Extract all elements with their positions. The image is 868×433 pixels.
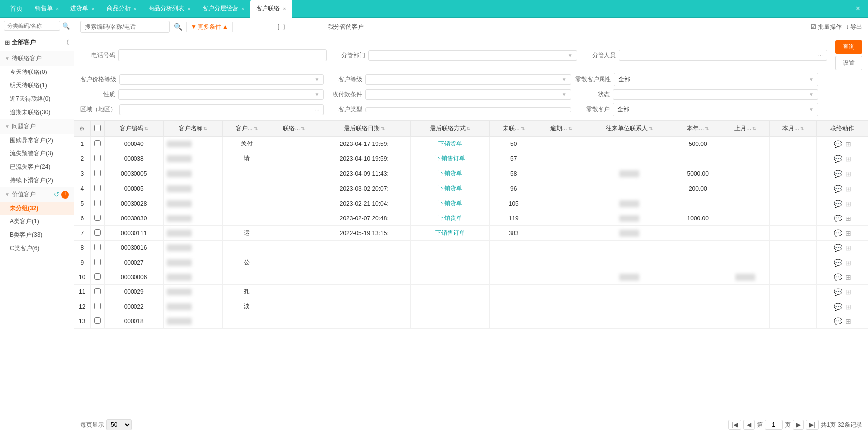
- cell-checkbox[interactable]: [90, 255, 104, 270]
- nav-tab-customer-segment[interactable]: 客户分层经营 ×: [197, 0, 250, 18]
- category-search-input[interactable]: [4, 21, 60, 31]
- cell-checkbox[interactable]: [90, 196, 104, 211]
- my-customers-filter[interactable]: 我分管的客户: [237, 23, 364, 31]
- cell-checkbox[interactable]: [90, 166, 104, 181]
- col-overdue[interactable]: 逾期... ⇅: [537, 121, 585, 137]
- row-checkbox[interactable]: [94, 170, 101, 176]
- sidebar-search-icon[interactable]: 🔍: [62, 22, 70, 30]
- col-last-contact-date[interactable]: 最后联络日期 ⇅: [318, 121, 410, 137]
- manager-select[interactable]: ···: [619, 50, 827, 61]
- sidebar-item-overdue-pending[interactable]: 逾期未联络(30): [0, 106, 74, 119]
- nature-select[interactable]: ▼: [118, 89, 324, 100]
- sidebar-collapse-arrow[interactable]: 《: [64, 39, 69, 46]
- contact-method-link[interactable]: 下销货单: [438, 200, 462, 207]
- next-page-button[interactable]: ▶: [793, 420, 804, 430]
- grid-action-icon[interactable]: ⊞: [845, 288, 851, 296]
- payment-select[interactable]: ▼: [365, 89, 571, 100]
- chat-icon[interactable]: 💬: [834, 215, 842, 222]
- col-contact[interactable]: 联络... ⇅: [270, 121, 318, 137]
- close-icon[interactable]: ×: [134, 6, 136, 12]
- row-checkbox[interactable]: [94, 200, 101, 206]
- nav-tab-customer-contact[interactable]: 客户联络 ×: [250, 0, 292, 18]
- close-icon[interactable]: ×: [283, 6, 286, 12]
- refresh-icon[interactable]: ↺: [54, 191, 59, 198]
- select-all-checkbox[interactable]: [94, 125, 101, 131]
- customer-type-select[interactable]: [365, 107, 571, 112]
- col-checkbox[interactable]: [90, 121, 104, 137]
- col-not-contact[interactable]: 未联... ⇅: [490, 121, 537, 137]
- col-unit-contact[interactable]: 往来单位联系人 ⇅: [585, 121, 674, 137]
- contact-method-link[interactable]: 下销货单: [438, 140, 462, 147]
- cell-checkbox[interactable]: [90, 137, 104, 151]
- col-code[interactable]: 客户编码 ⇅: [104, 121, 163, 137]
- close-icon[interactable]: ×: [91, 6, 94, 12]
- query-button[interactable]: 查询: [835, 40, 862, 54]
- sidebar-item-abnormal-hoarding[interactable]: 囤购异常客户(2): [0, 134, 74, 147]
- global-close-button[interactable]: ×: [852, 4, 864, 13]
- contact-method-link[interactable]: 下销售订单: [435, 229, 465, 236]
- close-icon[interactable]: ×: [187, 6, 190, 12]
- sidebar-item-class-a[interactable]: A类客户(1): [0, 215, 74, 228]
- sidebar-item-ungrouped[interactable]: 未分组(32): [0, 202, 74, 215]
- customer-level-select[interactable]: ▼: [365, 74, 571, 85]
- chat-icon[interactable]: 💬: [834, 317, 842, 325]
- retail-customer-select[interactable]: 全部 ▼: [613, 103, 818, 116]
- reset-button[interactable]: 设置: [835, 56, 862, 70]
- sidebar-group-value-customers[interactable]: ▼ 价值客户 ↺ !: [0, 187, 74, 202]
- nav-home[interactable]: 首页: [4, 0, 29, 18]
- row-checkbox[interactable]: [94, 215, 101, 221]
- col-settings[interactable]: ⚙: [74, 121, 90, 137]
- phone-input[interactable]: [118, 49, 327, 61]
- row-checkbox[interactable]: [94, 155, 101, 161]
- chat-icon[interactable]: 💬: [834, 303, 842, 311]
- sidebar-item-churn-warning[interactable]: 流失预警客户(3): [0, 147, 74, 160]
- region-select[interactable]: ···: [119, 104, 324, 115]
- status-select[interactable]: ▼: [613, 89, 818, 100]
- nav-tab-purchase[interactable]: 进货单 ×: [65, 0, 100, 18]
- sidebar-item-7days-pending[interactable]: 近7天待联络(0): [0, 92, 74, 106]
- close-icon[interactable]: ×: [56, 6, 59, 12]
- col-this-year[interactable]: 本年... ⇅: [674, 121, 722, 137]
- search-input[interactable]: [80, 21, 170, 33]
- cell-checkbox[interactable]: [90, 226, 104, 241]
- grid-action-icon[interactable]: ⊞: [845, 317, 851, 325]
- dept-select[interactable]: ▼: [368, 50, 577, 61]
- grid-action-icon[interactable]: ⊞: [845, 273, 851, 281]
- chat-icon[interactable]: 💬: [834, 140, 842, 148]
- batch-operation-button[interactable]: ☑ 批量操作: [811, 23, 842, 31]
- filter-search-icon[interactable]: 🔍: [174, 23, 182, 31]
- grid-action-icon[interactable]: ⊞: [845, 140, 851, 148]
- contact-method-link[interactable]: 下销售订单: [435, 155, 465, 162]
- sidebar-item-churned[interactable]: 已流失客户(24): [0, 160, 74, 174]
- sidebar-item-class-c[interactable]: C类客户(6): [0, 242, 74, 255]
- chat-icon[interactable]: 💬: [834, 155, 842, 163]
- nav-tab-product-analysis[interactable]: 商品分析 ×: [101, 0, 142, 18]
- last-page-button[interactable]: ▶|: [806, 420, 819, 430]
- export-button[interactable]: ↓ 导出: [846, 23, 862, 31]
- sidebar-all-customers[interactable]: ⊞ 全部客户 《: [0, 34, 74, 51]
- row-checkbox[interactable]: [94, 140, 101, 146]
- close-icon[interactable]: ×: [241, 6, 244, 12]
- col-last-contact-method[interactable]: 最后联络方式 ⇅: [410, 121, 490, 137]
- col-this-month[interactable]: 本月... ⇅: [769, 121, 817, 137]
- chat-icon[interactable]: 💬: [834, 244, 842, 252]
- cell-checkbox[interactable]: [90, 285, 104, 299]
- chat-icon[interactable]: 💬: [834, 170, 842, 178]
- more-icon[interactable]: ···: [818, 52, 823, 58]
- row-checkbox[interactable]: [94, 288, 101, 294]
- my-customers-checkbox[interactable]: [237, 24, 326, 30]
- row-checkbox[interactable]: [94, 317, 101, 324]
- row-checkbox[interactable]: [94, 273, 101, 280]
- chat-icon[interactable]: 💬: [834, 273, 842, 281]
- grid-action-icon[interactable]: ⊞: [845, 170, 851, 178]
- nav-tab-sales[interactable]: 销售单 ×: [29, 0, 65, 18]
- row-checkbox[interactable]: [94, 185, 101, 191]
- cell-checkbox[interactable]: [90, 241, 104, 255]
- sidebar-item-tomorrow-pending[interactable]: 明天待联络(1): [0, 79, 74, 92]
- row-checkbox[interactable]: [94, 259, 101, 265]
- cell-checkbox[interactable]: [90, 299, 104, 314]
- grid-action-icon[interactable]: ⊞: [845, 185, 851, 193]
- col-last-month[interactable]: 上月... ⇅: [722, 121, 769, 137]
- settings-icon[interactable]: ⚙: [79, 125, 85, 132]
- more-icon2[interactable]: ···: [315, 107, 319, 113]
